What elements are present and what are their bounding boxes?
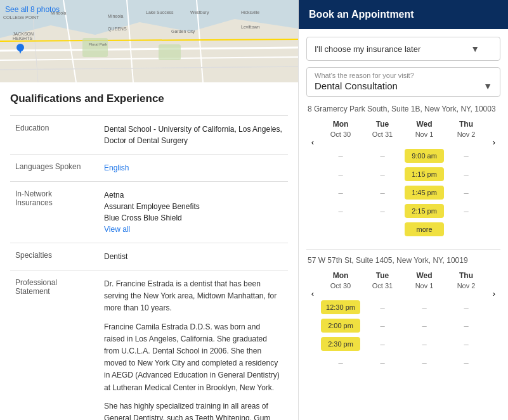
insurance-label: In-Network Insurances [10,182,99,243]
svg-text:Levittown: Levittown [241,25,260,29]
insurance-row: In-Network Insurances Aetna Assurant Emp… [10,182,288,243]
slot-wed-115pm[interactable]: 1:15 pm [405,167,444,181]
qualifications-table: Education Dental School - University of … [10,115,288,420]
insurance-dropdown-arrow: ▼ [471,44,479,54]
languages-row: Languages Spoken English [10,155,288,182]
svg-rect-11 [159,44,181,60]
statement-para-1: Dr. Francine Estrada is a dentist that h… [104,278,283,315]
view-all-link[interactable]: View all [104,224,283,235]
insurance-value: Aetna Assurant Employee Benefits Blue Cr… [99,182,288,243]
specialties-value: Dentist [99,243,288,270]
slot2-mon-200pm[interactable]: 2:00 pm [321,319,360,333]
education-label: Education [10,116,99,155]
cal2-day-0: Mon Oct 30 [320,271,361,293]
insurance-line-1: Aetna [104,189,283,201]
divider [306,249,500,250]
cal1-next-arrow[interactable]: › [493,137,495,147]
schedule-block-1: ‹ Mon Oct 30 Tue Oct 31 Wed Nov 1 [306,120,500,239]
svg-text:Garden City: Garden City [171,29,195,34]
specialties-label: Specialties [10,243,99,270]
cal1-day-0: Mon Oct 30 [320,120,361,141]
svg-text:Hicksville: Hicksville [241,10,259,15]
slot-wed-215pm[interactable]: 2:15 pm [405,204,444,218]
cal1-prev-arrow[interactable]: ‹ [311,137,314,147]
svg-text:Floral Park: Floral Park [89,42,108,46]
slot-wed-more[interactable]: more [405,222,444,236]
svg-text:Westbury: Westbury [190,10,209,15]
cal1-day-2: Wed Nov 1 [404,120,445,141]
statement-value: Dr. Francine Estrada is a dentist that h… [99,270,288,421]
cal2-day-1: Tue Oct 31 [362,271,403,293]
svg-text:Lake Success: Lake Success [146,10,174,15]
cal2-prev-arrow[interactable]: ‹ [311,289,314,298]
location-1-text: 8 Gramercy Park South, Suite 1B, New Yor… [306,105,500,113]
education-value: Dental School - University of California… [99,116,288,155]
see-photos-link[interactable]: See all 8 photos [5,5,60,14]
reason-box[interactable]: What's the reason for your visit? Dental… [306,67,500,97]
cal1-day-3: Thu Nov 2 [446,120,486,141]
languages-value: English [99,155,288,182]
statement-para-3: She has highly specialized training in a… [104,400,283,420]
svg-rect-10 [82,38,108,57]
svg-text:QUEENS: QUEENS [108,27,127,32]
statement-para-2: Francine Camila Estrada D.D.S. was born … [104,321,283,394]
languages-label: Languages Spoken [10,155,99,182]
schedule-block-2: ‹ Mon Oct 30 Tue Oct 31 Wed Nov 1 [306,271,500,372]
svg-text:Mineola: Mineola [108,14,124,18]
reason-value: Dental Consultation [315,80,398,91]
slot-wed-900am[interactable]: 9:00 am [405,149,444,163]
cal2-day-3: Thu Nov 2 [446,271,486,293]
insurance-line-3: Blue Cross Blue Shield [104,212,283,224]
location-2-text: 57 W 57th St, Suite 1405, New York, NY, … [306,256,500,265]
specialties-row: Specialties Dentist [10,243,288,270]
cal1-day-1: Tue Oct 31 [362,120,403,141]
insurance-line-2: Assurant Employee Benefits [104,201,283,212]
svg-text:JACKSON: JACKSON [13,32,34,36]
statement-row: Professional Statement Dr. Francine Estr… [10,270,288,421]
svg-text:HEIGHTS: HEIGHTS [13,36,32,41]
education-row: Education Dental School - University of … [10,116,288,155]
insurance-dropdown-row[interactable]: I'll choose my insurance later ▼ [306,37,500,61]
svg-text:COLLEGE POINT: COLLEGE POINT [3,15,39,20]
cal2-day-2: Wed Nov 1 [404,271,445,293]
section-title: Qualifications and Experience [10,92,288,105]
reason-label: What's the reason for your visit? [315,72,492,79]
insurance-dropdown[interactable]: I'll choose my insurance later ▼ [306,37,500,61]
cal2-next-arrow[interactable]: › [493,289,495,298]
slot2-mon-230pm[interactable]: 2:30 pm [321,337,360,351]
reason-dropdown-arrow[interactable]: ▼ [483,81,492,91]
statement-label: Professional Statement [10,270,99,421]
map-area: JACKSON HEIGHTS QUEENS Garden City Levit… [0,0,298,82]
slot2-mon-1230pm[interactable]: 12:30 pm [321,300,360,314]
book-header: Book an Appointment [299,0,508,29]
slot-wed-145pm[interactable]: 1:45 pm [405,186,444,200]
